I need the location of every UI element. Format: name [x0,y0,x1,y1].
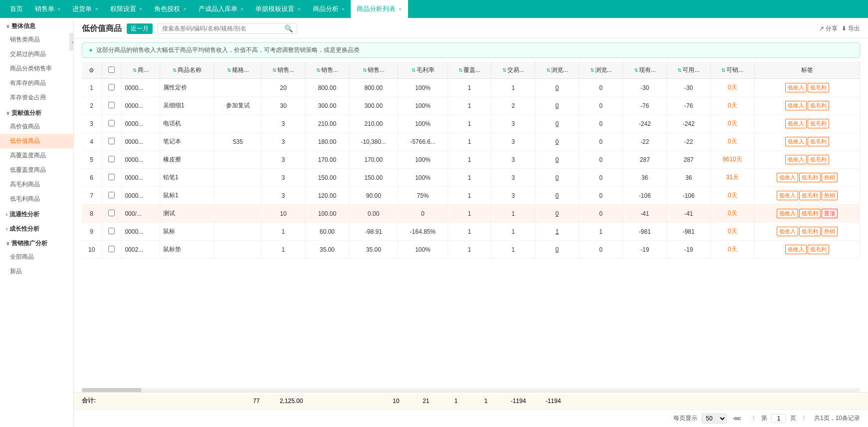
row-browse1: 0 [535,97,579,115]
notice-bar: ✦ 这部分商品的销售收入大幅低于商品平均销售收入，价值不高，可考虑调整营销策略，… [82,42,860,58]
per-page-select[interactable]: 50 100 200 [701,414,727,424]
search-icon[interactable]: 🔍 [284,24,293,32]
row-transaction: 2 [491,97,535,115]
row-settings: 6 [82,169,102,187]
total-sales-price: 2,125.00 [271,398,311,405]
close-icon[interactable]: × [399,6,402,12]
sidebar-item-sales-products[interactable]: 销售类商品 [0,32,73,47]
row-sales-price: 60.00 [305,223,349,241]
sidebar-item-high-margin[interactable]: 高毛利商品 [0,177,73,192]
sidebar-item-category-rate[interactable]: 商品分类销售率 [0,61,73,76]
col-checkbox [102,62,122,79]
row-select-checkbox[interactable] [108,246,115,252]
row-spec [215,169,261,187]
row-spec [215,205,261,223]
row-select-checkbox[interactable] [108,156,115,162]
browse-link[interactable]: 0 [555,156,559,163]
sidebar-collapse-btn[interactable]: ‹‹ [69,33,74,51]
product-tag: 低毛利 [808,155,829,164]
row-coverage: 1 [447,187,491,205]
row-select-checkbox[interactable] [108,102,115,108]
nav-templates[interactable]: 单据模板设置 × [249,0,306,18]
browse-link[interactable]: 0 [555,174,559,181]
sidebar-group-flow[interactable]: › 流通性分析 [0,206,73,221]
row-name: 吴细细1 [160,97,215,115]
row-select-checkbox[interactable] [108,210,115,216]
browse-link[interactable]: 1 [555,228,559,235]
row-select-checkbox[interactable] [108,120,115,126]
footer-total: 合计: 77 2,125.00 10 21 1 1 -1194 -1194 [74,392,868,409]
nav-analysis-list[interactable]: 商品分析列表 × [351,0,408,18]
row-coverage: 1 [447,223,491,241]
sidebar-item-capital[interactable]: 库存资金占用 [0,90,73,105]
row-coverage: 1 [447,79,491,97]
sidebar-item-low-coverage[interactable]: 低覆盖度商品 [0,163,73,177]
browse-link[interactable]: 0 [555,120,559,127]
row-name: 属性定价 [160,79,215,97]
browse-link[interactable]: 0 [555,84,559,91]
sidebar-item-traded[interactable]: 交易过的商品 [0,47,73,61]
share-button[interactable]: ↗ 分享 [819,24,838,33]
horizontal-scrollbar[interactable] [82,388,860,392]
nav-roles[interactable]: 角色授权 × [148,0,192,18]
row-name: 橡皮擦 [160,151,215,169]
search-input[interactable] [162,25,284,32]
sidebar-item-high-coverage[interactable]: 高覆盖度商品 [0,148,73,163]
browse-link[interactable]: 0 [555,192,559,199]
sidebar-item-new-products[interactable]: 新品 [0,264,73,279]
export-button[interactable]: ⬇ 导出 [842,24,860,33]
row-transaction: 1 [491,79,535,97]
row-coverage: 1 [447,151,491,169]
row-checkbox [102,187,122,205]
browse-link[interactable]: 0 [555,210,559,217]
col-settings[interactable]: ⚙ [82,62,102,79]
row-select-checkbox[interactable] [108,138,115,144]
row-saleable: 0天 [710,115,754,133]
next-page-btn[interactable]: 〉 [800,413,810,424]
share-icon: ↗ [819,25,824,32]
browse-link[interactable]: 0 [555,102,559,109]
close-icon[interactable]: × [297,6,300,12]
browse-link[interactable]: 0 [555,246,559,253]
sidebar-item-high-value[interactable]: 高价值商品 [0,119,73,134]
close-icon[interactable]: × [139,6,142,12]
sidebar-item-low-value[interactable]: 低价值商品 [0,134,73,148]
table-row: 7 0000... 鼠标1 3 120.00 90.00 75% 1 3 0 0… [82,187,860,205]
close-icon[interactable]: × [240,6,243,12]
prev-page-btn[interactable]: 〈 [747,413,757,424]
nav-sales[interactable]: 销售单 × [29,0,66,18]
sidebar-item-stocked[interactable]: 有库存的商品 [0,76,73,90]
row-select-checkbox[interactable] [108,228,115,234]
row-select-checkbox[interactable] [108,192,115,198]
total-browse2: 1 [471,398,501,405]
row-margin: 100% [398,241,447,259]
row-coverage: 1 [447,169,491,187]
sidebar-item-all-products[interactable]: 全部商品 [0,250,73,264]
page-input[interactable] [771,414,786,423]
nav-purchase[interactable]: 进货单 × [66,0,104,18]
product-tag: 热销 [822,227,838,236]
first-page-btn[interactable]: ⋘ [731,414,743,423]
row-select-checkbox[interactable] [108,84,115,90]
sidebar-group-growth[interactable]: › 成长性分析 [0,221,73,235]
close-icon[interactable]: × [183,6,186,12]
row-select-checkbox[interactable] [108,174,115,180]
nav-analysis[interactable]: 商品分析 × [307,0,351,18]
sidebar-item-low-margin[interactable]: 低毛利商品 [0,192,73,206]
select-all-checkbox[interactable] [108,66,115,73]
nav-products[interactable]: 产成品入库单 × [193,0,249,18]
scroll-thumb[interactable] [82,388,142,392]
row-current-stock: -981 [623,223,667,241]
row-sales-qty: 1 [261,241,305,259]
nav-home[interactable]: 首页 [4,0,29,18]
time-badge[interactable]: 近一月 [127,23,153,34]
row-settings: 2 [82,97,102,115]
browse-link[interactable]: 0 [555,138,559,145]
close-icon[interactable]: × [95,6,98,12]
nav-permissions[interactable]: 权限设置 × [104,0,148,18]
row-browse1: 1 [535,223,579,241]
close-icon[interactable]: × [342,6,345,12]
close-icon[interactable]: × [57,6,60,12]
row-browse1: 0 [535,205,579,223]
row-tags: 低收入低毛利 [754,151,860,169]
